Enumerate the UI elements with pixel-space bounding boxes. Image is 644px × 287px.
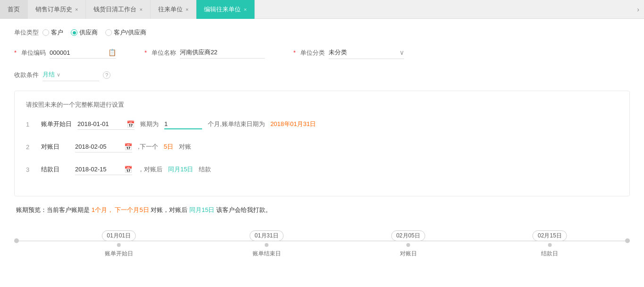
radio-customer-supplier-circle xyxy=(105,29,112,36)
row-num-2: 2 xyxy=(26,144,35,151)
settlement-desc-prefix: ，对账后 xyxy=(138,165,162,174)
timeline-end-dot xyxy=(625,238,630,243)
preview-part1: 1个月， xyxy=(92,206,113,213)
start-date-calendar-icon[interactable]: 📅 xyxy=(127,120,135,128)
radio-supplier-circle xyxy=(71,29,77,36)
start-date-input[interactable] xyxy=(77,118,125,129)
tab-cash-desk[interactable]: 钱货日清工作台 × xyxy=(86,0,150,19)
tab-partner-units[interactable]: 往来单位 × xyxy=(151,0,196,19)
row-label-3: 结款日 xyxy=(41,165,69,174)
reconcile-desc-highlight: 5日 xyxy=(164,143,173,151)
preview-text: 账期预览：当前客户账期是 1个月， 下一个月5日 对账，对账后 同月15日 该客… xyxy=(14,206,630,214)
row-num-3: 3 xyxy=(26,166,35,173)
timeline-node-3: 02月05日 对账日 xyxy=(391,230,425,258)
preview-part4: 同月15日 xyxy=(189,206,214,213)
timeline-node-2-label: 账单结束日 xyxy=(253,250,281,258)
setting-row-1: 1 账单开始日 📅 账期为 个月,账单结束日期为 2018年01月31日 xyxy=(26,118,618,130)
radio-customer[interactable]: 客户 xyxy=(42,28,63,37)
tab-home[interactable]: 首页 xyxy=(0,0,28,19)
unit-code-input[interactable] xyxy=(50,47,106,58)
unit-category-group: * 单位分类 未分类 ∨ xyxy=(293,46,404,59)
payment-terms-value: 月结 xyxy=(42,70,55,79)
tab-sales-history[interactable]: 销售订单历史 × xyxy=(28,0,86,19)
unit-code-group: * 单位编码 📋 xyxy=(14,47,116,59)
reconcile-date-input-wrapper: 📅 xyxy=(75,141,132,152)
tab-edit-partner-close[interactable]: × xyxy=(244,7,246,12)
settlement-desc-suffix: 结款 xyxy=(199,165,211,174)
period-label: 账期为 xyxy=(140,120,159,128)
tab-sales-history-close[interactable]: × xyxy=(75,7,78,12)
tab-sales-history-label: 销售订单历史 xyxy=(35,5,72,14)
unit-info-row: * 单位编码 📋 * 单位名称 * 单位分类 未分类 ∨ xyxy=(14,46,630,59)
settlement-date-input[interactable] xyxy=(75,164,122,175)
row-label-2: 对账日 xyxy=(41,143,69,151)
preview-part2: 下一个月5日 xyxy=(115,206,149,213)
payment-terms-group: 收款条件 月结 ∨ ? xyxy=(14,68,110,81)
row-label-1: 账单开始日 xyxy=(41,120,72,128)
unit-category-select[interactable]: 未分类 ∨ xyxy=(329,46,404,59)
radio-customer-supplier[interactable]: 客户/供应商 xyxy=(105,28,146,37)
reconcile-desc-prefix: ,下一个 xyxy=(138,143,158,151)
period-end-date: 2018年01月31日 xyxy=(271,120,316,128)
unit-name-input[interactable] xyxy=(180,47,265,59)
preview-label: 账期预览：当前客户账期是 xyxy=(16,206,90,213)
section-title: 请按照未来的一个完整帐期进行设置 xyxy=(26,101,618,109)
timeline: 01月01日 账单开始日 01月31日 账单结束日 02月05日 对账日 02月… xyxy=(14,226,630,278)
settings-section: 请按照未来的一个完整帐期进行设置 1 账单开始日 📅 账期为 个月,账单结束日期… xyxy=(14,91,630,196)
settlement-date-calendar-icon[interactable]: 📅 xyxy=(124,166,132,173)
unit-category-value: 未分类 xyxy=(329,48,347,57)
tab-home-label: 首页 xyxy=(8,5,20,14)
payment-terms-select[interactable]: 月结 ∨ xyxy=(42,68,99,81)
radio-supplier[interactable]: 供应商 xyxy=(71,28,98,37)
reconcile-desc-suffix: 对账 xyxy=(179,143,191,151)
unit-name-label: 单位名称 xyxy=(152,49,176,57)
timeline-node-3-badge: 02月05日 xyxy=(391,230,425,241)
timeline-node-1-badge: 01月01日 xyxy=(102,230,136,241)
timeline-node-2-dot xyxy=(265,243,269,247)
radio-group: 客户 供应商 客户/供应商 xyxy=(42,28,146,37)
unit-type-row: 单位类型 客户 供应商 客户/供应商 xyxy=(14,28,630,37)
radio-supplier-label: 供应商 xyxy=(79,28,98,37)
payment-terms-row: 收款条件 月结 ∨ ? xyxy=(14,68,630,81)
row-num-1: 1 xyxy=(26,121,35,128)
timeline-node-3-dot xyxy=(407,243,410,247)
settlement-desc-highlight: 同月15日 xyxy=(168,165,193,174)
reconcile-date-calendar-icon[interactable]: 📅 xyxy=(124,143,132,151)
settlement-date-input-wrapper: 📅 xyxy=(75,164,132,175)
tabs-bar: 首页 销售订单历史 × 钱货日清工作台 × 往来单位 × 编辑往来单位 × › xyxy=(0,0,644,19)
payment-terms-help[interactable]: ? xyxy=(103,71,110,79)
timeline-node-4-dot xyxy=(548,243,551,247)
main-content: 单位类型 客户 供应商 客户/供应商 * 单位编码 xyxy=(0,19,644,287)
timeline-node-2: 01月31日 账单结束日 xyxy=(249,230,284,258)
tab-edit-partner[interactable]: 编辑往来单位 × xyxy=(196,0,254,19)
timeline-node-3-label: 对账日 xyxy=(400,250,417,258)
timeline-start-dot xyxy=(14,238,19,243)
payment-terms-label: 收款条件 xyxy=(14,71,39,79)
unit-code-icon[interactable]: 📋 xyxy=(108,49,116,56)
unit-code-label: 单位编码 xyxy=(21,49,46,57)
timeline-node-2-badge: 01月31日 xyxy=(249,230,284,241)
tab-cash-desk-close[interactable]: × xyxy=(139,7,142,12)
preview-part5: 该客户会给我打款。 xyxy=(216,206,271,213)
tab-cash-desk-label: 钱货日清工作台 xyxy=(93,5,136,14)
unit-name-star: * xyxy=(144,49,147,56)
tabs-scroll-right[interactable]: › xyxy=(632,0,644,18)
timeline-node-1-dot xyxy=(117,243,121,247)
unit-type-label: 单位类型 xyxy=(14,28,39,37)
unit-category-star: * xyxy=(293,49,296,56)
reconcile-date-input[interactable] xyxy=(75,141,122,152)
unit-code-input-wrapper: 📋 xyxy=(50,47,116,59)
timeline-node-4-label: 结款日 xyxy=(541,250,558,258)
period-value-input[interactable] xyxy=(164,119,202,129)
unit-category-chevron: ∨ xyxy=(399,49,404,56)
timeline-node-1-label: 账单开始日 xyxy=(105,250,133,258)
timeline-node-4-badge: 02月15日 xyxy=(533,230,567,241)
period-unit: 个月,账单结束日期为 xyxy=(208,120,265,128)
tab-partner-units-close[interactable]: × xyxy=(186,7,188,12)
start-date-input-wrapper: 📅 xyxy=(77,118,135,130)
tab-edit-partner-label: 编辑往来单位 xyxy=(204,5,241,14)
setting-row-2: 2 对账日 📅 ,下一个 5日 对账 xyxy=(26,141,618,152)
setting-row-3: 3 结款日 📅 ，对账后 同月15日 结款 xyxy=(26,164,618,175)
timeline-node-1: 01月01日 账单开始日 xyxy=(102,230,136,258)
unit-name-group: * 单位名称 xyxy=(144,47,265,59)
